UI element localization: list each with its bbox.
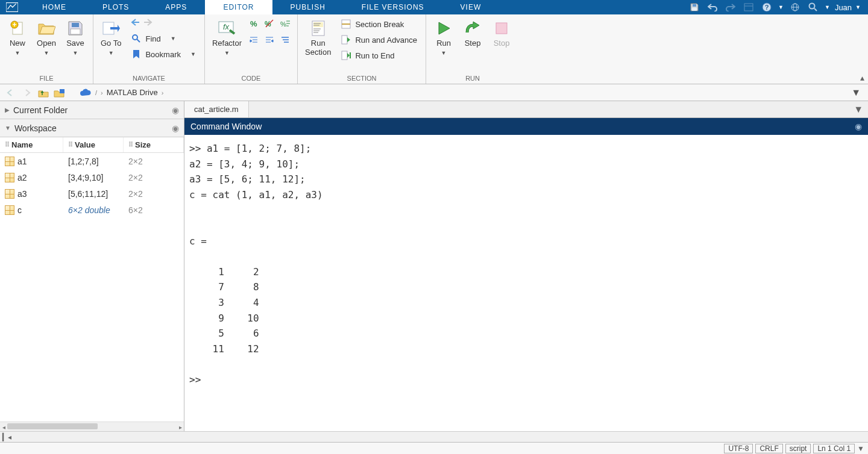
nav-forward-icon[interactable] xyxy=(143,18,153,29)
chevron-down-icon: ▼ xyxy=(190,51,196,57)
collapse-right-icon: ▶ xyxy=(5,107,10,113)
tab-plots[interactable]: PLOTS xyxy=(84,0,147,14)
col-name[interactable]: ⠿Name xyxy=(0,137,63,152)
chevron-right-icon: › xyxy=(162,89,164,96)
workspace-header[interactable]: ▼ Workspace ◉ xyxy=(0,119,184,137)
tab-publish[interactable]: PUBLISH xyxy=(272,0,344,14)
tab-editor[interactable]: EDITOR xyxy=(205,0,272,14)
refactor-button[interactable]: fx Refactor ▼ xyxy=(210,17,244,58)
up-folder-icon[interactable] xyxy=(37,87,49,99)
status-encoding[interactable]: UTF-8 xyxy=(724,444,753,453)
svg-line-11 xyxy=(814,8,817,11)
search-icon[interactable] xyxy=(807,1,820,14)
wrap-comment-icon[interactable]: % xyxy=(279,17,292,30)
svg-rect-33 xyxy=(496,23,507,34)
save-button[interactable]: Save ▼ xyxy=(63,17,88,58)
run-section-button[interactable]: Run Section xyxy=(303,17,333,59)
back-button[interactable] xyxy=(4,87,17,99)
forward-button[interactable] xyxy=(20,87,34,99)
command-window-body[interactable]: >> a1 = [1, 2; 7, 8]; a2 = [3, 4; 9, 10]… xyxy=(184,135,868,431)
crumb-root-icon[interactable]: / xyxy=(95,89,97,96)
new-button[interactable]: + New ▼ xyxy=(5,17,30,58)
gear-icon[interactable]: ◉ xyxy=(172,123,179,133)
user-name: Juan xyxy=(835,3,852,12)
find-button[interactable]: Find ▼ xyxy=(127,31,199,46)
collapse-down-icon: ▼ xyxy=(5,125,11,131)
save-disk-icon[interactable] xyxy=(688,1,701,14)
step-button[interactable]: Step xyxy=(460,17,485,50)
svg-text:fx: fx xyxy=(223,22,230,31)
stop-icon xyxy=(492,19,511,37)
tab-view[interactable]: VIEW xyxy=(442,0,500,14)
workspace-variable-row[interactable]: a2 [3,4;9,10] 2×2 xyxy=(0,169,184,185)
chevron-down-icon: ▼ xyxy=(171,36,176,42)
current-folder-header[interactable]: ▶ Current Folder ◉ xyxy=(0,101,184,119)
redo-icon[interactable] xyxy=(724,1,737,14)
workspace-variable-row[interactable]: a3 [5,6;11,12] 2×2 xyxy=(0,185,184,202)
status-cursor-pos[interactable]: Ln 1 Col 1 xyxy=(813,444,855,453)
globe-icon[interactable] xyxy=(788,1,802,14)
svg-text:%: % xyxy=(265,20,271,28)
status-filetype[interactable]: script xyxy=(785,444,811,453)
minimize-toolstrip-icon[interactable]: ▴ xyxy=(860,73,864,82)
run-button[interactable]: Run ▼ xyxy=(431,17,456,58)
tab-home[interactable]: HOME xyxy=(24,0,84,14)
svg-text:%: % xyxy=(280,20,286,28)
main-area: ▶ Current Folder ◉ ▼ Workspace ◉ ⠿Name ⠿… xyxy=(0,101,868,431)
chevron-down-icon: ▼ xyxy=(108,50,114,56)
section-run: Run ▼ Step Stop RUN xyxy=(426,14,519,84)
uncomment-icon[interactable]: % xyxy=(263,17,277,30)
indent-icon[interactable] xyxy=(248,34,261,47)
help-icon[interactable]: ? xyxy=(760,1,773,14)
status-dropdown[interactable]: ▼ xyxy=(857,444,864,453)
workspace-columns: ⠿Name ⠿Value ⠿Size xyxy=(0,137,184,153)
bottom-tab-nav: ▎◂ xyxy=(0,431,868,442)
bookmark-button[interactable]: Bookmark ▼ xyxy=(127,47,199,61)
editor-tabs-dropdown[interactable]: ▼ xyxy=(849,101,868,117)
run-advance-icon xyxy=(341,34,351,45)
workspace-variable-row[interactable]: a1 [1,2;7,8] 2×2 xyxy=(0,153,184,169)
gear-icon[interactable]: ◉ xyxy=(172,105,179,115)
breadcrumb-item[interactable]: MATLAB Drive xyxy=(107,88,158,97)
gear-icon[interactable]: ◉ xyxy=(855,122,862,131)
address-dropdown[interactable]: ▼ xyxy=(851,87,864,98)
svg-point-18 xyxy=(133,35,137,40)
col-value[interactable]: ⠿Value xyxy=(63,137,124,152)
run-section-icon xyxy=(309,19,328,37)
col-size[interactable]: ⠿Size xyxy=(124,137,184,152)
undo-icon[interactable] xyxy=(706,1,719,14)
comment-icon[interactable]: % xyxy=(248,17,261,30)
menubar: HOME PLOTS APPS EDITOR PUBLISH FILE VERS… xyxy=(0,0,868,14)
cloud-icon[interactable] xyxy=(80,87,92,99)
tab-file-versions[interactable]: FILE VERSIONS xyxy=(344,0,442,14)
svg-rect-27 xyxy=(313,22,323,27)
run-and-advance-button[interactable]: Run and Advance xyxy=(337,33,421,47)
goto-icon xyxy=(101,19,121,37)
workspace-hscrollbar[interactable]: ◂ ▸ xyxy=(0,421,184,431)
menubar-tabs: HOME PLOTS APPS EDITOR PUBLISH FILE VERS… xyxy=(24,0,499,14)
open-button[interactable]: Open ▼ xyxy=(34,17,59,58)
workspace-variable-row[interactable]: c 6×2 double 6×2 xyxy=(0,202,184,218)
run-to-end-button[interactable]: Run to End xyxy=(337,48,421,63)
play-icon xyxy=(434,19,453,37)
svg-rect-15 xyxy=(72,23,79,27)
help-dropdown[interactable]: ▼ xyxy=(778,4,784,10)
editor-tabs: cat_article.m ▼ xyxy=(184,101,868,118)
statusbar: UTF-8 CRLF script Ln 1 Col 1 ▼ xyxy=(0,442,868,454)
bookmark-icon xyxy=(131,49,142,60)
goto-button[interactable]: Go To ▼ xyxy=(98,17,124,58)
stop-button[interactable]: Stop xyxy=(489,17,514,50)
search-dropdown[interactable]: ▼ xyxy=(825,4,830,10)
section-break-button[interactable]: Section Break xyxy=(337,17,421,31)
variable-icon xyxy=(5,205,14,215)
status-eol[interactable]: CRLF xyxy=(755,444,782,453)
user-menu[interactable]: Juan ▼ xyxy=(835,3,861,12)
outdent-icon[interactable] xyxy=(263,34,277,47)
editor-file-tab[interactable]: cat_article.m xyxy=(184,101,249,117)
prev-tab-icon[interactable]: ▎◂ xyxy=(2,433,11,441)
smart-indent-icon[interactable] xyxy=(279,34,292,47)
tab-apps[interactable]: APPS xyxy=(147,0,205,14)
nav-back-icon[interactable] xyxy=(131,18,140,29)
home-folder-icon[interactable] xyxy=(53,87,65,99)
layout-icon[interactable] xyxy=(742,1,755,14)
